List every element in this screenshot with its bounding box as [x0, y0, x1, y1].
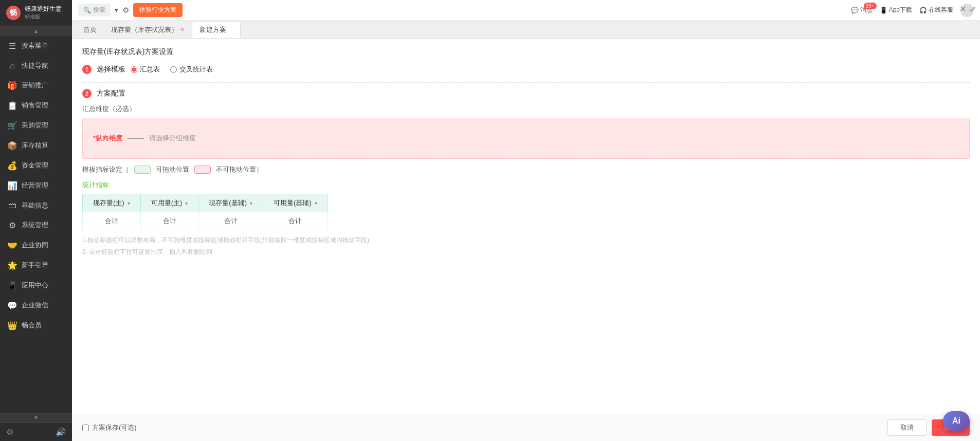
sidebar-scroll-down[interactable]: ▼ [0, 413, 72, 422]
sidebar-label-newbie: 新手引导 [22, 261, 48, 270]
col-header-2[interactable]: 现存量(基辅) ▾ [198, 194, 263, 212]
page-title: 现存量(库存状况表)方案设置 [82, 47, 970, 57]
section1-header: 1 选择模板 汇总表 交叉统计表 [82, 65, 970, 74]
col-chevron-3: ▾ [315, 200, 317, 206]
save-label: 方案保存(可选) [92, 423, 137, 432]
sidebar-label-quick-nav: 快捷导航 [22, 61, 48, 70]
trial-button[interactable]: 体验行业方案 [133, 3, 183, 17]
sidebar-item-member[interactable]: 👑 畅会员 [0, 316, 72, 336]
section1-title: 选择模板 [97, 65, 125, 74]
tab-home[interactable]: 首页 [76, 22, 104, 38]
topbar-search[interactable]: 🔍 搜索 [78, 4, 111, 16]
sidebar-scroll-up[interactable]: ▲ [0, 26, 72, 36]
sidebar-item-wechat[interactable]: 💬 企业微信 [0, 296, 72, 316]
col-chevron-0: ▾ [128, 200, 130, 206]
sidebar-item-finance[interactable]: 💰 资金管理 [0, 156, 72, 176]
sidebar-item-marketing[interactable]: 🎁 营销推广 [0, 76, 72, 96]
system-icon: ⚙ [7, 220, 17, 230]
radio-summary[interactable]: 汇总表 [131, 65, 160, 74]
sidebar-item-operations[interactable]: 📊 经营管理 [0, 176, 72, 196]
col-header-3[interactable]: 可用量(基辅) ▾ [263, 194, 328, 212]
tab-new-plan[interactable]: 新建方案 ✕ [192, 22, 241, 38]
indicator-label-text: 模板指标设定（ [82, 165, 129, 174]
tab-inventory-close-icon[interactable]: ✕ [180, 26, 185, 33]
sidebar-label-search-menu: 搜索菜单 [22, 41, 48, 50]
stats-table: 现存量(主) ▾ 可用量(主) ▾ 现存量(基辅 [82, 194, 328, 230]
sidebar-label-system: 系统管理 [22, 220, 48, 230]
enterprise-icon: 🤝 [7, 241, 17, 250]
indicator-settings: 模板指标设定（ 可拖动位置 不可拖动位置） [82, 165, 970, 174]
col-label-1: 可用量(主) [151, 198, 183, 208]
newbie-icon: 🌟 [7, 261, 17, 270]
quick-nav-icon: ⌂ [7, 61, 17, 70]
customer-service-button[interactable]: 🎧 在线客服 [919, 6, 953, 14]
topbar-right: 💬 消息 99+ 📱 App下载 🎧 在线客服 [851, 4, 974, 17]
sidebar-item-purchase[interactable]: 🛒 采购管理 [0, 116, 72, 136]
tip-2: 2. 点击标题栏下拉可设置排序、插入列和删除列 [82, 247, 970, 257]
sound-icon[interactable]: 🔊 [56, 427, 66, 437]
dim-hint: 请选择分组维度 [149, 134, 196, 143]
tab-new-label: 新建方案 [199, 25, 226, 34]
col-label-0: 现存量(主) [93, 198, 124, 208]
marketing-icon: 🎁 [7, 81, 17, 90]
sidebar-label-enterprise: 企业协同 [22, 241, 48, 250]
topbar-gear-icon[interactable]: ⚙ [122, 6, 129, 15]
section-divider-1 [82, 82, 970, 83]
col-header-1[interactable]: 可用量(主) ▾ [140, 194, 198, 212]
dim-box[interactable]: *纵向维度 —— 请选择分组维度 [82, 118, 970, 159]
sidebar-item-app-center[interactable]: 📱 应用中心 [0, 275, 72, 296]
sidebar-logo: 畅 畅康通好生意 标准版 [0, 0, 72, 26]
panel-close-icon[interactable]: ✕ [959, 4, 966, 14]
tab-inventory-label: 现存量（库存状况表） [111, 25, 178, 34]
sidebar-item-newbie[interactable]: 🌟 新手引导 [0, 255, 72, 275]
section2-title: 方案配置 [97, 89, 125, 98]
col-label-3: 可用量(基辅) [274, 198, 312, 208]
message-icon: 💬 [851, 7, 859, 14]
sidebar-item-search-menu[interactable]: ☰ 搜索菜单 [0, 36, 72, 56]
col-header-0[interactable]: 现存量(主) ▾ [83, 194, 141, 212]
sidebar-label-wechat: 企业微信 [22, 301, 48, 310]
radio-crosstab[interactable]: 交叉统计表 [170, 65, 213, 74]
dim-required-mark: *纵向维度 [93, 134, 122, 143]
radio-summary-input[interactable] [131, 66, 137, 73]
message-button[interactable]: 💬 消息 99+ [851, 6, 873, 14]
col-summary-2: 合计 [198, 212, 263, 230]
sidebar-item-quick-nav[interactable]: ⌂ 快捷导航 [0, 56, 72, 76]
cancel-button[interactable]: 取消 [887, 419, 927, 436]
sidebar-item-system[interactable]: ⚙ 系统管理 [0, 215, 72, 235]
search-icon: 🔍 [83, 7, 91, 14]
sidebar-item-basic-info[interactable]: 🗃 基础信息 [0, 196, 72, 215]
inventory-icon: 📦 [7, 141, 17, 151]
indicator-fixed-text: 不可拖动位置） [216, 165, 263, 174]
app-download-button[interactable]: 📱 App下载 [880, 6, 912, 14]
section-config: 2 方案配置 汇总维度（必选） *纵向维度 —— 请选择分组维度 模板指标设定（… [82, 89, 970, 257]
save-option: 方案保存(可选) [82, 423, 137, 432]
phone-icon: 📱 [880, 7, 887, 14]
settings-icon[interactable]: ⚙ [6, 427, 13, 437]
tips-section: 1.拖动标题栏可以调整布局，不可跨维度或指标区域拖动栏目字段(只能在同一维度或指… [82, 235, 970, 257]
col-summary-0: 合计 [83, 212, 141, 230]
logo-sub: 标准版 [25, 13, 62, 21]
topbar-dropdown[interactable]: ▾ [115, 6, 118, 14]
sales-icon: 📋 [7, 101, 17, 111]
sidebar-item-enterprise[interactable]: 🤝 企业协同 [0, 235, 72, 255]
dropdown-chevron-icon: ▾ [115, 6, 118, 14]
col-label-2: 现存量(基辅) [209, 198, 247, 208]
content-area: 现存量(库存状况表)方案设置 1 选择模板 汇总表 交叉统计表 [72, 39, 980, 414]
headset-icon: 🎧 [919, 7, 927, 14]
sidebar-item-inventory[interactable]: 📦 库存核算 [0, 136, 72, 156]
tab-new-close-icon[interactable]: ✕ [228, 26, 233, 33]
tab-inventory-status[interactable]: 现存量（库存状况表） ✕ [104, 22, 192, 38]
radio-crosstab-input[interactable] [170, 66, 177, 73]
panel-expand-icon[interactable]: ⤢ [969, 4, 976, 14]
save-checkbox[interactable] [82, 425, 89, 431]
ai-fab-button[interactable]: Ai [943, 411, 970, 431]
radio-crosstab-label: 交叉统计表 [179, 65, 213, 74]
sidebar-label-app-center: 应用中心 [22, 281, 48, 290]
radio-summary-label: 汇总表 [140, 65, 160, 74]
tip-1: 1.拖动标题栏可以调整布局，不可跨维度或指标区域拖动栏目字段(只能在同一维度或指… [82, 235, 970, 245]
topbar-left: 🔍 搜索 ▾ ⚙ 体验行业方案 [78, 3, 183, 17]
sidebar-item-sales[interactable]: 📋 销售管理 [0, 96, 72, 116]
tab-bar: 首页 现存量（库存状况表） ✕ 新建方案 ✕ ✕ ⤢ [72, 21, 980, 39]
dim-placeholder: *纵向维度 —— 请选择分组维度 [93, 134, 196, 143]
